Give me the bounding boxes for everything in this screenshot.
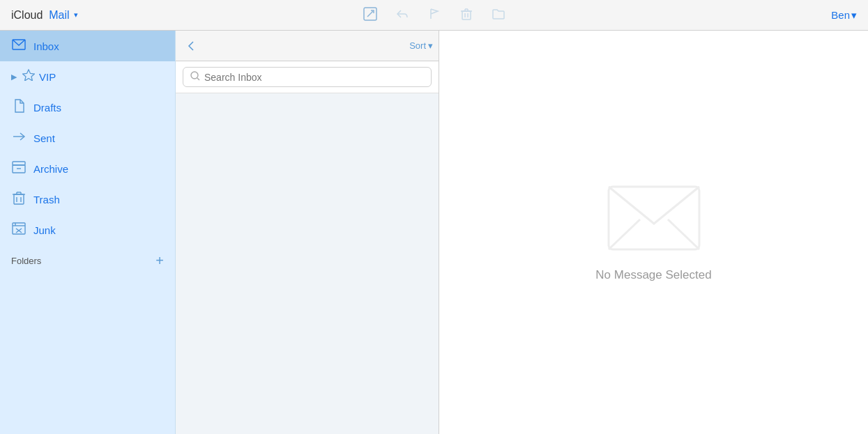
no-message-text: No Message Selected <box>595 268 711 282</box>
inbox-icon <box>11 39 26 54</box>
app-header: iCloud Mail ▾ <box>0 0 868 31</box>
message-list-empty-area <box>176 93 439 434</box>
add-folder-button[interactable]: + <box>155 254 164 268</box>
svg-rect-22 <box>13 223 25 234</box>
toolbar <box>363 6 506 24</box>
app-logo[interactable]: iCloud Mail ▾ <box>11 9 78 22</box>
svg-rect-29 <box>609 187 699 249</box>
svg-marker-10 <box>23 70 35 81</box>
junk-icon <box>11 222 26 238</box>
svg-rect-15 <box>14 194 24 204</box>
svg-rect-12 <box>13 162 25 165</box>
vip-icon <box>21 69 36 84</box>
detail-panel: No Message Selected <box>439 31 868 434</box>
logo-dropdown-arrow[interactable]: ▾ <box>74 10 78 20</box>
user-name: Ben <box>831 9 850 21</box>
trash-sidebar-label: Trash <box>33 194 60 206</box>
vip-label: VIP <box>39 71 56 83</box>
sidebar-item-drafts[interactable]: Drafts <box>0 92 175 123</box>
flag-button[interactable] <box>427 6 442 24</box>
sort-button[interactable]: Sort ▾ <box>409 40 433 51</box>
search-icon <box>190 71 200 83</box>
message-list-panel: Sort ▾ <box>176 31 439 434</box>
sidebar: Inbox ▶ VIP Drafts <box>0 31 176 434</box>
sort-arrow: ▾ <box>428 40 433 51</box>
sidebar-item-junk[interactable]: Junk <box>0 215 175 245</box>
user-menu[interactable]: Ben ▾ <box>831 9 857 22</box>
drafts-label: Drafts <box>33 102 61 114</box>
archive-icon <box>11 161 26 177</box>
svg-line-31 <box>668 219 699 249</box>
sent-icon <box>11 130 26 147</box>
move-to-folder-button[interactable] <box>491 6 506 24</box>
search-input-wrapper[interactable] <box>183 67 432 87</box>
user-dropdown-arrow: ▾ <box>851 9 857 22</box>
main-layout: Inbox ▶ VIP Drafts <box>0 31 868 434</box>
trash-sidebar-icon <box>11 191 26 208</box>
svg-line-30 <box>609 219 640 249</box>
reply-button[interactable] <box>395 6 410 24</box>
svg-rect-2 <box>462 11 471 20</box>
inbox-label: Inbox <box>33 40 59 52</box>
vip-expand-arrow: ▶ <box>11 72 17 82</box>
trash-button[interactable] <box>459 6 474 24</box>
drafts-icon <box>11 99 26 116</box>
junk-label: Junk <box>33 224 56 236</box>
sidebar-item-vip[interactable]: ▶ VIP <box>0 61 175 92</box>
sidebar-item-inbox[interactable]: Inbox <box>0 31 175 61</box>
sidebar-item-archive[interactable]: Archive <box>0 153 175 184</box>
archive-label: Archive <box>33 163 68 175</box>
folders-section-header: Folders + <box>0 248 175 273</box>
logo-text: iCloud Mail <box>11 9 70 22</box>
message-list-toolbar: Sort ▾ <box>176 31 439 61</box>
svg-point-27 <box>191 72 198 79</box>
sent-label: Sent <box>33 132 55 144</box>
folders-label: Folders <box>11 256 41 266</box>
no-message-icon <box>605 183 703 256</box>
svg-line-1 <box>367 11 373 17</box>
search-bar <box>176 61 439 93</box>
sidebar-item-sent[interactable]: Sent <box>0 123 175 153</box>
sidebar-item-trash[interactable]: Trash <box>0 184 175 215</box>
search-input[interactable] <box>204 72 424 83</box>
svg-line-28 <box>197 78 199 80</box>
compose-button[interactable] <box>363 6 378 24</box>
sort-label: Sort <box>409 40 426 51</box>
collapse-sidebar-button[interactable] <box>181 36 201 56</box>
